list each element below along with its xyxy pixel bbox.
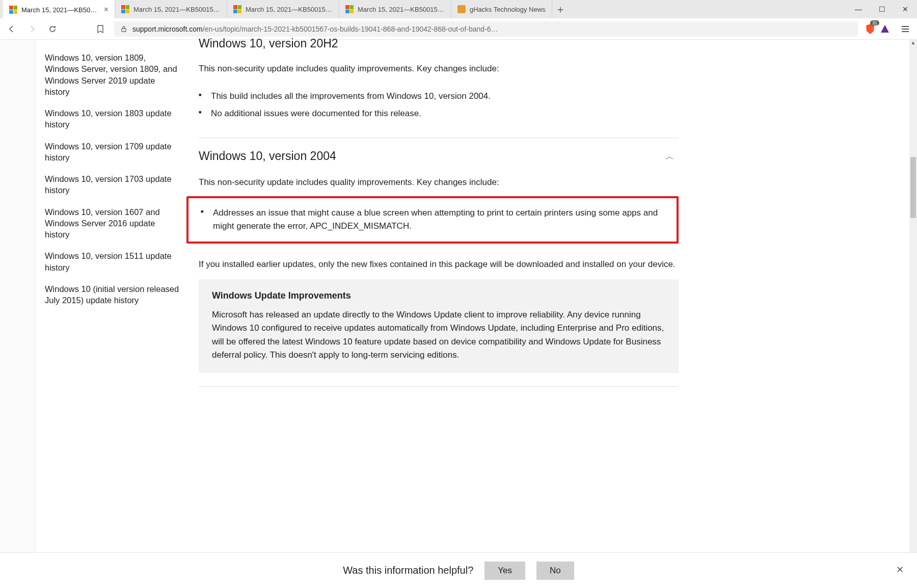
ms-favicon-icon: [9, 6, 17, 14]
reload-button[interactable]: [46, 22, 59, 36]
tab-close-icon[interactable]: ×: [104, 5, 109, 14]
callout-title: Windows Update Improvements: [212, 290, 665, 308]
url-text: support.microsoft.com/en-us/topic/march-…: [132, 25, 498, 33]
forward-button[interactable]: [25, 22, 39, 36]
shield-count-badge: 31: [870, 20, 879, 25]
annotation-highlight: Addresses an issue that might cause a bl…: [186, 196, 679, 244]
callout-box: Windows Update Improvements Microsoft ha…: [199, 279, 679, 373]
bullet-item: This build includes all the improvements…: [199, 90, 679, 103]
window-close-button[interactable]: ✕: [894, 0, 917, 18]
ghacks-favicon-icon: [457, 5, 466, 13]
brave-shields-icon[interactable]: 31: [865, 23, 875, 35]
window-minimize-button[interactable]: —: [847, 0, 870, 18]
section-expander[interactable]: Windows 10, version 2004 ︿: [199, 138, 679, 167]
browser-tab[interactable]: March 15, 2021—KB50015 ×: [3, 0, 115, 18]
sidebar-item[interactable]: Windows 10, version 1703 update history: [45, 168, 179, 201]
ms-favicon-icon: [121, 5, 129, 13]
ms-favicon-icon: [345, 5, 354, 13]
tab-title: March 15, 2021—KB50015: [21, 6, 98, 14]
callout-body: Microsoft has released an update directl…: [212, 308, 665, 362]
section-intro: This non-security update includes qualit…: [199, 54, 679, 83]
followup-paragraph: If you installed earlier updates, only t…: [199, 244, 679, 279]
chevron-up-icon: ︿: [665, 150, 675, 163]
tab-title: March 15, 2021—KB5001565: [358, 6, 445, 13]
browser-tab[interactable]: March 15, 2021—KB5001566: [115, 0, 227, 18]
scrollbar-arrow-up-icon[interactable]: ▲: [909, 40, 917, 47]
sidebar-nav: Windows 10, version 1809, Windows Server…: [36, 40, 188, 552]
sidebar-item[interactable]: Windows 10, version 1607 and Windows Ser…: [45, 201, 179, 246]
section-divider: [199, 386, 679, 387]
scrollbar-thumb[interactable]: [910, 157, 916, 218]
left-margin: [0, 40, 36, 552]
tab-title: March 15, 2021—KB5001568: [246, 6, 333, 13]
section-heading-20h2: Windows 10, version 20H2: [199, 37, 679, 54]
section-intro: This non-security update includes qualit…: [199, 167, 679, 196]
browser-tab[interactable]: March 15, 2021—KB5001565: [339, 0, 451, 18]
menu-button[interactable]: [899, 22, 912, 36]
sidebar-item[interactable]: Windows 10, version 1803 update history: [45, 102, 179, 136]
browser-tab-strip: March 15, 2021—KB50015 × March 15, 2021—…: [0, 0, 917, 18]
brave-rewards-icon[interactable]: [880, 24, 889, 34]
page-content: Windows 10, version 1809, Windows Server…: [0, 40, 693, 552]
section-heading-2004: Windows 10, version 2004: [199, 149, 336, 163]
address-bar[interactable]: support.microsoft.com/en-us/topic/march-…: [114, 21, 858, 37]
window-controls: — ☐ ✕: [847, 0, 917, 18]
bullet-list: This build includes all the improvements…: [199, 83, 679, 130]
svg-rect-0: [122, 29, 126, 32]
sidebar-item[interactable]: Windows 10 (initial version released Jul…: [45, 278, 179, 311]
back-button[interactable]: [5, 22, 18, 36]
sidebar-item[interactable]: Windows 10, version 1709 update history: [45, 136, 179, 169]
bullet-item-highlighted: Addresses an issue that might cause a bl…: [201, 206, 671, 233]
feedback-yes-button[interactable]: Yes: [484, 562, 525, 580]
article-main: Windows 10, version 20H2 This non-securi…: [188, 40, 693, 552]
feedback-bar: Was this information helpful? Yes No ✕: [0, 552, 917, 588]
sidebar-item[interactable]: Windows 10, version 1511 update history: [45, 245, 179, 278]
sidebar-item[interactable]: Windows 10, version 1809, Windows Server…: [45, 47, 179, 102]
bookmark-button[interactable]: [94, 22, 107, 36]
bullet-item: No additional issues were documented for…: [199, 107, 679, 120]
browser-tab[interactable]: gHacks Technology News: [451, 0, 552, 18]
tab-title: March 15, 2021—KB5001566: [133, 6, 221, 13]
new-tab-button[interactable]: ＋: [552, 0, 569, 18]
feedback-close-icon[interactable]: ✕: [896, 564, 904, 575]
page-scrollbar[interactable]: ▲: [909, 40, 917, 552]
ms-favicon-icon: [233, 5, 241, 13]
feedback-no-button[interactable]: No: [536, 562, 574, 580]
tab-title: gHacks Technology News: [470, 6, 546, 13]
feedback-question: Was this information helpful?: [343, 565, 473, 576]
window-maximize-button[interactable]: ☐: [870, 0, 894, 18]
browser-tab[interactable]: March 15, 2021—KB5001568: [227, 0, 339, 18]
lock-icon: [120, 25, 127, 33]
